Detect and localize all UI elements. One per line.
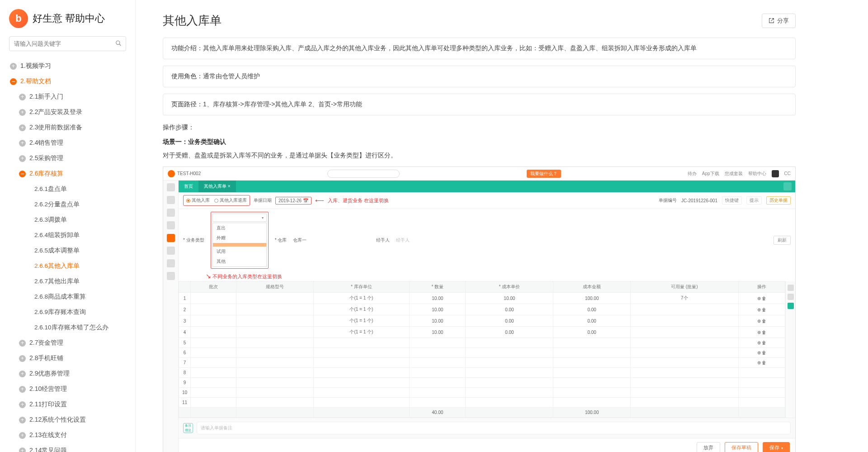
table-row[interactable]: 6⊕ 🗑 [179,348,785,358]
mock-search-input[interactable] [327,170,400,178]
table-row[interactable]: 3个(1 = 1 个)10.000.000.00⊕ 🗑 [179,315,785,327]
mock-chip-tip[interactable]: 提示 [746,196,762,205]
nav-2-6[interactable]: 2.6库存核算 [9,166,126,181]
nav-2-4[interactable]: 2.4销售管理 [9,135,126,151]
nav-2-5[interactable]: 2.5采购管理 [9,151,126,166]
share-icon [769,18,774,24]
rail-icon[interactable] [167,209,175,217]
nav-2-6-2[interactable]: 2.6.2分量盘点单 [9,197,126,212]
search-icon[interactable] [115,40,122,48]
mock-radio-return[interactable]: 其他入库退库 [214,197,247,204]
nav-2-11[interactable]: 2.11打印设置 [9,397,126,412]
table-row[interactable]: 1个(1 = 1 个)10.0010.00100.007个⊕ 🗑 [179,293,785,304]
table-row[interactable]: 2个(1 = 1 个)10.000.000.00⊕ 🗑 [179,304,785,315]
red-arrow-icon: ⟵ [315,197,324,204]
mock-chip-history[interactable]: 历史单据 [766,196,791,205]
mock-tab-home[interactable]: 首页 [179,181,198,192]
plus-icon [19,417,26,423]
strip-icon[interactable] [788,303,794,309]
mock-person-field[interactable]: 经手人 [396,237,410,243]
nav-2-12[interactable]: 2.12系统个性化设置 [9,412,126,428]
logo: b 好生意 帮助中心 [9,9,126,28]
nav-2-6-8[interactable]: 2.6.8商品成本重算 [9,289,126,305]
mock-biztype-select[interactable]: ▾ [212,214,267,222]
nav-2-10[interactable]: 2.10经营管理 [9,381,126,397]
nav-2-8[interactable]: 2.8手机旺铺 [9,351,126,366]
nav-2-6-9[interactable]: 2.6.9库存账本查询 [9,305,126,320]
share-button[interactable]: 分享 [762,14,796,28]
mock-save-button[interactable]: 保存▾ [763,442,790,452]
avatar-icon[interactable] [772,170,779,177]
rail-icon[interactable] [167,247,175,255]
nav-2-3[interactable]: 2.3使用前数据准备 [9,120,126,135]
mock-todo-link[interactable]: 待办 [688,171,697,177]
nav-2-6-6[interactable]: 2.6.6其他入库单 [9,258,126,274]
dd-item[interactable]: 其他 [213,257,266,266]
table-row[interactable]: 8 [179,368,785,378]
nav-2-14[interactable]: 2.14常见问题 [9,443,126,452]
scene1-title: 场景一：业务类型确认 [163,138,796,146]
nav-2-6-3[interactable]: 2.6.3调拨单 [9,212,126,228]
th-unit: * 库存单位 [313,281,409,293]
nav-2-9[interactable]: 2.9优惠券管理 [9,366,126,381]
mock-refresh-button[interactable]: 刷新 [774,236,791,245]
annotation-switch: 入库、退货业务 在这里切换 [328,197,389,204]
th-batch: 批次 [191,281,236,293]
nav-help-docs[interactable]: 2.帮助文档 [9,74,126,89]
table-row[interactable]: 7⊕ 🗑 [179,358,785,368]
plus-icon [19,401,26,408]
search-input[interactable] [9,36,126,51]
rail-icon[interactable] [167,221,175,229]
mock-radio-in[interactable]: 其他入库 [186,197,210,204]
mock-app-download-link[interactable]: App下载 [702,171,719,177]
mock-what-button[interactable]: 我要做什么？ [527,170,561,178]
th-amount: 成本金额 [553,281,631,293]
minus-icon [10,78,17,85]
rail-icon[interactable] [167,183,175,191]
rail-icon[interactable] [167,259,175,267]
mock-brand: TEST-H002 [168,170,201,177]
rail-icon[interactable] [167,272,175,280]
table-row[interactable]: 5⊕ 🗑 [179,338,785,348]
table-row[interactable]: 4个(1 = 1 个)10.000.000.00⊕ 🗑 [179,327,785,338]
dots-icon[interactable] [783,182,792,190]
nav-2-13[interactable]: 2.13在线支付 [9,428,126,443]
nav-video-learning[interactable]: 1.视频学习 [9,58,126,74]
table-row[interactable]: 10 [179,388,785,398]
mock-date-field[interactable]: 2019-12-26 📅 [275,197,311,205]
mock-chip-shortcut[interactable]: 快捷键 [722,196,742,205]
dd-item[interactable]: 试用 [213,247,266,257]
nav-2-6-1[interactable]: 2.6.1盘点单 [9,181,126,197]
dd-item[interactable]: 外赠 [213,233,266,243]
mock-save-draft-button[interactable]: 保存草稿 [725,442,758,452]
plus-icon [19,124,26,131]
annot-biztype: ↘ 不同业务的入库类型在这里切换 [179,271,795,281]
table-row[interactable]: 9 [179,378,785,388]
mock-suite-link[interactable]: 您成套装 [725,171,743,177]
strip-icon[interactable] [788,294,794,300]
nav-2-7[interactable]: 2.7资金管理 [9,335,126,351]
strip-icon[interactable] [788,285,794,291]
mock-table: 批次 规格型号 * 库存单位 * 数量 * 成本单价 成本金额 可用量 (批量)… [179,281,785,418]
mock-cancel-button[interactable]: 放弃 [697,442,720,452]
mock-help-link[interactable]: 帮助中心 [748,171,766,177]
table-row[interactable]: 11 [179,398,785,408]
mock-direction-radio-group: 其他入库 其他入库退库 [183,195,250,206]
rail-icon-active[interactable] [167,234,175,242]
nav-2-6-4[interactable]: 2.6.4组装拆卸单 [9,228,126,243]
nav-2-6-10[interactable]: 2.6.10库存账本错了怎么办 [9,320,126,335]
nav-2-6-5[interactable]: 2.6.5成本调整单 [9,243,126,258]
dd-item[interactable]: 直出 [213,223,266,233]
page-header: 其他入库单 分享 [163,13,796,29]
mock-warehouse-value[interactable]: 仓库一 [293,237,307,243]
dd-item-selected[interactable] [213,243,266,247]
nav-2-1[interactable]: 2.1新手入门 [9,89,126,105]
mock-filter-row: * 业务类型 ▾ 直出 外赠 试用 其他 * 仓库 [179,209,795,271]
mock-note-input[interactable]: 请输入单据备注 [197,422,791,434]
rail-icon[interactable] [167,196,175,204]
mock-tab-other-in[interactable]: 其他入库单 × [198,181,236,192]
svg-line-1 [119,44,121,46]
plus-icon [10,63,17,70]
nav-2-6-7[interactable]: 2.6.7其他出库单 [9,274,126,289]
nav-2-2[interactable]: 2.2产品安装及登录 [9,105,126,120]
